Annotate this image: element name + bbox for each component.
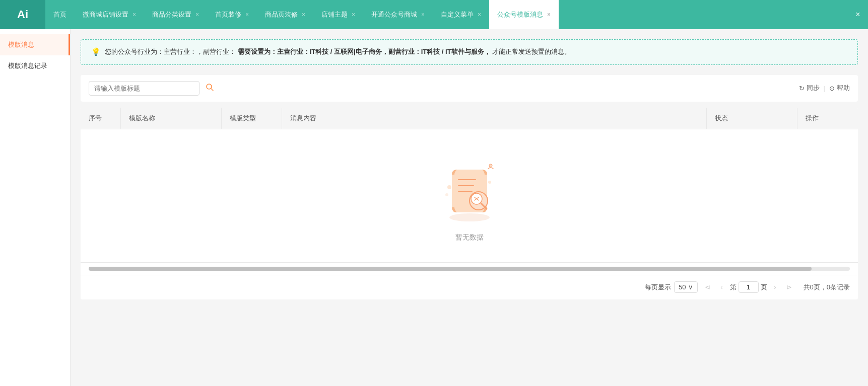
main-layout: 模版消息模版消息记录 💡 您的公众号行业为：主营行业：，副营行业： 需要设置为：… <box>0 29 868 386</box>
nav-tab-category-settings[interactable]: 商品分类设置× <box>144 0 207 29</box>
scrollbar-thumb[interactable] <box>89 267 812 271</box>
first-page-button[interactable]: ⊲ <box>702 281 714 293</box>
sync-label: 同步 <box>807 84 820 93</box>
sidebar-item-template-message[interactable]: 模版消息 <box>0 34 70 55</box>
page-size-label: 每页显示 <box>645 283 671 292</box>
page-prefix: 第 <box>730 283 737 292</box>
toolbar-right: ↻ 同步 | ⊙ 帮助 <box>799 84 850 93</box>
empty-state: 暂无数据 <box>81 129 858 262</box>
close-tab-wshop-settings[interactable]: × <box>132 11 136 18</box>
help-icon: ⊙ <box>829 85 835 92</box>
sync-button[interactable]: ↻ 同步 <box>799 84 820 93</box>
nav-tab-product-decor[interactable]: 商品页装修× <box>257 0 313 29</box>
scrollbar-container <box>81 262 858 275</box>
brand-logo: Ai <box>0 0 45 29</box>
toolbar: ↻ 同步 | ⊙ 帮助 <box>81 75 858 102</box>
search-area <box>89 81 216 96</box>
search-button[interactable] <box>204 81 216 95</box>
page-unit: 页 <box>761 283 767 292</box>
close-tab-custom-menu[interactable]: × <box>478 11 481 18</box>
nav-tab-custom-menu[interactable]: 自定义菜单× <box>433 0 489 29</box>
sidebar: 模版消息模版消息记录 <box>0 29 71 386</box>
notice-suffix: 才能正常发送预置的消息。 <box>492 48 571 55</box>
close-tab-homepage-decor[interactable]: × <box>245 11 249 18</box>
last-page-button[interactable]: ⊳ <box>783 281 795 293</box>
page-number-input[interactable] <box>739 281 759 293</box>
nav-tab-home[interactable]: 首页 <box>45 0 75 29</box>
empty-text: 暂无数据 <box>455 233 484 242</box>
col-name: 模版名称 <box>121 108 222 129</box>
col-actions: 操作 <box>797 108 858 129</box>
svg-line-1 <box>211 89 213 91</box>
divider: | <box>824 85 825 92</box>
page-size-dropdown[interactable]: 50 ∨ <box>674 281 697 293</box>
nav-tab-open-wechat-shop[interactable]: 开通公众号商城× <box>363 0 433 29</box>
nav-tabs: 首页微商城店铺设置×商品分类设置×首页装修×商品页装修×店铺主题×开通公众号商城… <box>45 0 848 29</box>
nav-tab-homepage-decor[interactable]: 首页装修× <box>207 0 257 29</box>
pagination: 每页显示 50 ∨ ⊲ ‹ 第 页 › ⊳ 共0页，0条记录 <box>81 275 858 299</box>
nav-tab-shop-theme[interactable]: 店铺主题× <box>313 0 363 29</box>
search-input[interactable] <box>89 81 199 96</box>
svg-point-12 <box>445 193 448 196</box>
scrollbar-track[interactable] <box>89 267 850 271</box>
prev-page-button[interactable]: ‹ <box>716 281 728 293</box>
help-label: 帮助 <box>837 84 850 93</box>
total-info: 共0页，0条记录 <box>804 283 850 292</box>
notice-prefix: 您的公众号行业为：主营行业：，副营行业： <box>105 48 236 55</box>
sync-icon: ↻ <box>799 85 805 92</box>
svg-point-14 <box>489 164 492 167</box>
content-area: 💡 您的公众号行业为：主营行业：，副营行业： 需要设置为：主营行业：IT科技 /… <box>71 29 868 386</box>
close-tab-category-settings[interactable]: × <box>195 11 199 18</box>
top-nav: Ai 首页微商城店铺设置×商品分类设置×首页装修×商品页装修×店铺主题×开通公众… <box>0 0 868 29</box>
page-size-select: 每页显示 50 ∨ <box>645 281 697 293</box>
close-tab-shop-theme[interactable]: × <box>352 11 355 18</box>
table-header: 序号 模版名称 模版类型 消息内容 状态 操作 <box>81 108 858 129</box>
notice-icon: 💡 <box>91 47 101 56</box>
svg-point-2 <box>449 213 490 221</box>
notice-text: 您的公众号行业为：主营行业：，副营行业： 需要设置为：主营行业：IT科技 / 互… <box>105 47 571 57</box>
col-status: 状态 <box>707 108 797 129</box>
close-tab-template-message[interactable]: × <box>547 11 551 18</box>
nav-tab-template-message[interactable]: 公众号模版消息× <box>489 0 559 29</box>
close-tab-product-decor[interactable]: × <box>302 11 305 18</box>
col-content: 消息内容 <box>282 108 707 129</box>
col-type: 模版类型 <box>222 108 282 129</box>
svg-point-13 <box>488 181 491 184</box>
empty-illustration <box>439 160 500 225</box>
page-navigation: ⊲ ‹ 第 页 › ⊳ <box>702 281 795 293</box>
page-size-value: 50 <box>679 283 686 291</box>
close-all-button[interactable]: × <box>848 0 868 29</box>
next-page-button[interactable]: › <box>769 281 781 293</box>
dropdown-icon: ∨ <box>688 283 693 291</box>
sidebar-item-template-message-log[interactable]: 模版消息记录 <box>0 55 70 76</box>
col-index: 序号 <box>81 108 121 129</box>
nav-tab-wshop-settings[interactable]: 微商城店铺设置× <box>75 0 144 29</box>
help-button[interactable]: ⊙ 帮助 <box>829 84 850 93</box>
close-tab-open-wechat-shop[interactable]: × <box>421 11 425 18</box>
table-container: 序号 模版名称 模版类型 消息内容 状态 操作 <box>81 108 858 299</box>
notice-box: 💡 您的公众号行业为：主营行业：，副营行业： 需要设置为：主营行业：IT科技 /… <box>81 39 858 65</box>
svg-point-11 <box>447 185 451 189</box>
notice-highlight: 需要设置为：主营行业：IT科技 / 互联网|电子商务，副营行业：IT科技 / I… <box>238 48 491 55</box>
